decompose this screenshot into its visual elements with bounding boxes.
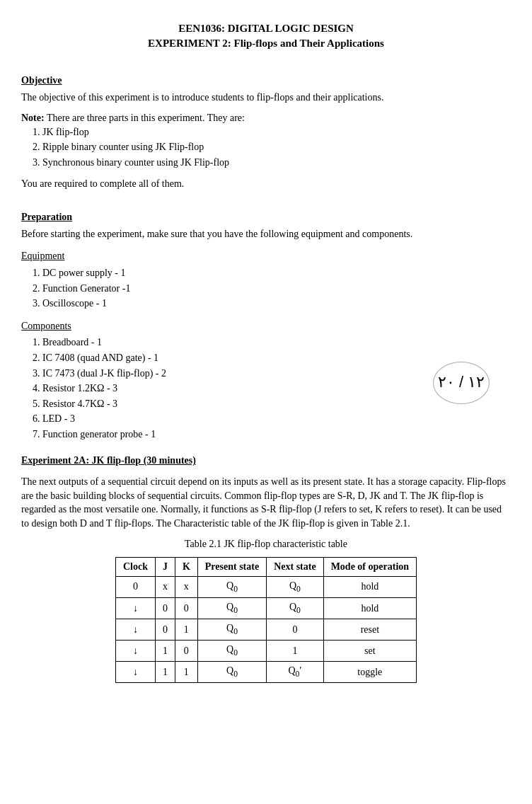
cell: 0	[175, 641, 197, 662]
col-j: J	[155, 558, 175, 577]
cell: 0	[115, 576, 155, 597]
table-row: ↓ 0 0 Q0 Q0 hold	[115, 597, 416, 619]
list-item: LED - 3	[42, 412, 511, 426]
cell: 1	[175, 662, 197, 683]
objective-heading: Objective	[21, 74, 62, 88]
jk-table: Clock J K Present state Next state Mode …	[115, 557, 417, 683]
col-present: Present state	[197, 558, 266, 577]
col-mode: Mode of operation	[323, 558, 416, 577]
note-label: Note: There are three parts in this expe…	[21, 113, 245, 123]
cell: Q0	[197, 576, 266, 597]
cell: 0	[155, 597, 175, 619]
list-item: IC 7408 (quad AND gate) - 1	[42, 351, 511, 365]
cell: x	[175, 576, 197, 597]
cell: toggle	[323, 662, 416, 683]
components-heading: Components	[21, 319, 511, 333]
exp-2a-heading: Experiment 2A: JK flip-flop (30 minutes)	[21, 454, 511, 468]
title-line1: EEN1036: DIGITAL LOGIC DESIGN	[21, 21, 511, 36]
cell: Q0	[197, 597, 266, 619]
cell: ↓	[115, 597, 155, 619]
cell: Q0′	[267, 662, 323, 683]
list-item: JK flip-flop	[42, 125, 511, 139]
list-item: Breadboard - 1	[42, 335, 511, 350]
experiment-2a-section: Experiment 2A: JK flip-flop (30 minutes)…	[21, 454, 511, 683]
title-block: EEN1036: DIGITAL LOGIC DESIGN EXPERIMENT…	[21, 21, 511, 51]
parts-list: JK flip-flop Ripple binary counter using…	[42, 125, 511, 170]
cell: 0	[175, 597, 197, 619]
cell: hold	[323, 576, 416, 597]
note-block: Note: There are three parts in this expe…	[21, 111, 511, 169]
cell: ↓	[115, 662, 155, 683]
table-header-row: Clock J K Present state Next state Mode …	[115, 558, 416, 577]
cell: 0	[267, 619, 323, 640]
cell: Q0	[267, 597, 323, 619]
table-row: ↓ 1 1 Q0 Q0′ toggle	[115, 662, 416, 683]
equipment-list: DC power supply - 1 Function Generator -…	[42, 266, 511, 311]
list-item: Resistor 4.7KΩ - 3	[42, 397, 511, 411]
table-row: 0 x x Q0 Q0 hold	[115, 576, 416, 597]
objective-section: Objective The objective of this experime…	[21, 64, 511, 190]
list-item: Synchronous binary counter using JK Flip…	[42, 156, 511, 170]
cell: 1	[267, 641, 323, 662]
equipment-heading: Equipment	[21, 249, 511, 263]
list-item: Function Generator -1	[42, 282, 511, 296]
list-item: Ripple binary counter using JK Flip-flop	[42, 140, 511, 154]
list-item: Oscilloscope - 1	[42, 297, 511, 311]
table-row: ↓ 1 0 Q0 1 set	[115, 641, 416, 662]
required-text: You are required to complete all of them…	[21, 177, 511, 191]
table-row: ↓ 0 1 Q0 0 reset	[115, 619, 416, 640]
preparation-section: Preparation Before starting the experime…	[21, 200, 511, 441]
cell: Q0	[197, 641, 266, 662]
list-item: Function generator probe - 1	[42, 427, 511, 442]
cell: set	[323, 641, 416, 662]
col-next: Next state	[267, 558, 323, 577]
cell: ↓	[115, 619, 155, 640]
cell: Q0	[197, 662, 266, 683]
preparation-heading: Preparation	[21, 210, 72, 224]
arabic-stamp: ۲۰ / ۱۲	[433, 362, 490, 404]
cell: 1	[175, 619, 197, 640]
col-k: K	[175, 558, 197, 577]
exp-2a-paragraph: The next outputs of a sequential circuit…	[21, 475, 511, 530]
table-wrapper: Clock J K Present state Next state Mode …	[21, 557, 511, 683]
cell: Q0	[197, 619, 266, 640]
objective-text: The objective of this experiment is to i…	[21, 91, 511, 105]
cell: hold	[323, 597, 416, 619]
preparation-intro: Before starting the experiment, make sur…	[21, 227, 511, 241]
table-caption: Table 2.1 JK flip-flop characteristic ta…	[21, 537, 511, 551]
list-item: DC power supply - 1	[42, 266, 511, 280]
components-section: Components Breadboard - 1 IC 7408 (quad …	[21, 319, 511, 442]
cell: 1	[155, 662, 175, 683]
cell: reset	[323, 619, 416, 640]
cell: 0	[155, 619, 175, 640]
title-line2: EXPERIMENT 2: Flip-flops and Their Appli…	[21, 36, 511, 51]
cell: x	[155, 576, 175, 597]
cell: Q0	[267, 576, 323, 597]
col-clock: Clock	[115, 558, 155, 577]
cell: ↓	[115, 641, 155, 662]
cell: 1	[155, 641, 175, 662]
